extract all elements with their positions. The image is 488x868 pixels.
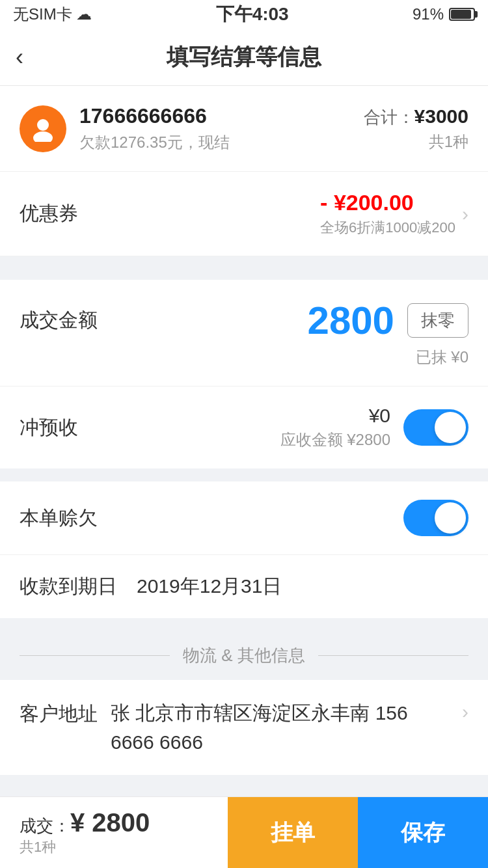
total-amount: ¥3000 (414, 105, 468, 127)
customer-info-row: 17666666666 欠款1276.35元，现结 合计：¥3000 共1种 (0, 86, 488, 172)
deal-label: 成交金额 (20, 307, 98, 334)
logistics-header: 物流 & 其他信息 (0, 631, 488, 680)
sim-label: 无SIM卡 ☁ (13, 4, 92, 25)
prepaid-label: 冲预收 (20, 414, 78, 441)
customer-debt: 欠款1276.35元，现结 (79, 132, 230, 153)
deal-row: 成交金额 2800 抹零 (20, 298, 468, 343)
duedate-value: 2019年12月31日 (137, 573, 282, 600)
customer-left: 17666666666 欠款1276.35元，现结 (20, 104, 230, 153)
address-chevron-icon: › (462, 698, 468, 723)
prepaid-section: 冲预收 ¥0 应收金额 ¥2800 (0, 386, 488, 468)
prepaid-amount: ¥0 (280, 405, 390, 427)
coupon-right: - ¥200.00 全场6折满1000减200 › (320, 190, 468, 237)
logistics-title: 物流 & 其他信息 (183, 644, 305, 667)
coupon-label: 优惠券 (20, 200, 78, 227)
svg-point-0 (37, 119, 49, 131)
customer-phone: 17666666666 (79, 104, 230, 128)
duedate-row: 收款到期日 2019年12月31日 (20, 573, 468, 600)
back-button[interactable]: ‹ (16, 44, 23, 71)
battery-percent: 91% (413, 5, 444, 23)
address-value: 张 北京市市辖区海淀区永丰南 156 6666 6666 (111, 698, 449, 757)
bottom-bar: 成交：¥ 2800 共1种 挂单 保存 (0, 796, 488, 868)
avatar (20, 105, 66, 152)
deal-right: 2800 抹零 (308, 298, 468, 343)
deal-amount-value[interactable]: 2800 (308, 298, 394, 343)
total-label-text: 合计：¥3000 (364, 105, 468, 129)
customer-details: 17666666666 欠款1276.35元，现结 (79, 104, 230, 153)
coupon-info: - ¥200.00 全场6折满1000减200 (320, 190, 455, 237)
status-right: 91% (413, 5, 475, 23)
section-divider-3 (0, 618, 488, 631)
coupon-chevron-icon: › (462, 203, 468, 225)
prepaid-toggle[interactable] (403, 409, 468, 446)
avatar-icon (30, 116, 56, 142)
status-time: 下午4:03 (216, 2, 289, 27)
page-title: 填写结算等信息 (167, 42, 321, 72)
content-area: 17666666666 欠款1276.35元，现结 合计：¥3000 共1种 优… (0, 86, 488, 868)
deal-section: 成交金额 2800 抹零 已抹 ¥0 (0, 280, 488, 386)
section-divider-1 (0, 267, 488, 280)
status-bar: 无SIM卡 ☁ 下午4:03 91% (0, 0, 488, 29)
customer-right: 合计：¥3000 共1种 (364, 105, 468, 152)
address-section[interactable]: 客户地址 张 北京市市辖区海淀区永丰南 156 6666 6666 › (0, 680, 488, 775)
prepaid-amount-block: ¥0 应收金额 ¥2800 (280, 405, 390, 450)
address-label: 客户地址 (20, 698, 98, 727)
prepaid-right: ¥0 应收金额 ¥2800 (280, 405, 468, 450)
status-left: 无SIM卡 ☁ (13, 4, 92, 25)
bottom-count: 共1种 (20, 837, 208, 857)
coupon-discount: - ¥200.00 (320, 190, 455, 215)
debt-label: 本单赊欠 (20, 505, 98, 532)
save-button[interactable]: 保存 (358, 797, 488, 869)
deal-sub-text: 已抹 ¥0 (20, 347, 468, 368)
bottom-deal-label: 成交：¥ 2800 (20, 808, 208, 837)
total-count: 共1种 (364, 131, 468, 152)
svg-point-1 (33, 131, 53, 142)
bottom-summary: 成交：¥ 2800 共1种 (0, 808, 228, 857)
coupon-desc: 全场6折满1000减200 (320, 218, 455, 237)
logistics-line-left (20, 655, 170, 656)
duedate-label: 收款到期日 (20, 573, 117, 600)
section-divider-2 (0, 468, 488, 481)
toggle-knob (435, 412, 466, 443)
prepaid-sub: 应收金额 ¥2800 (280, 429, 390, 450)
nav-bar: ‹ 填写结算等信息 (0, 29, 488, 86)
battery-icon (449, 8, 475, 21)
logistics-line-right (318, 655, 468, 656)
duedate-section: 收款到期日 2019年12月31日 (0, 554, 488, 618)
debt-section: 本单赊欠 (0, 481, 488, 554)
round-zero-button[interactable]: 抹零 (407, 303, 468, 338)
coupon-row[interactable]: 优惠券 - ¥200.00 全场6折满1000减200 › (0, 172, 488, 256)
debt-toggle-knob (435, 502, 466, 534)
hang-button[interactable]: 挂单 (228, 797, 358, 869)
debt-toggle[interactable] (403, 500, 468, 536)
bottom-deal-amount: ¥ 2800 (70, 808, 150, 837)
customer-card: 17666666666 欠款1276.35元，现结 合计：¥3000 共1种 优… (0, 86, 488, 256)
prepaid-row: 冲预收 ¥0 应收金额 ¥2800 (20, 405, 468, 450)
